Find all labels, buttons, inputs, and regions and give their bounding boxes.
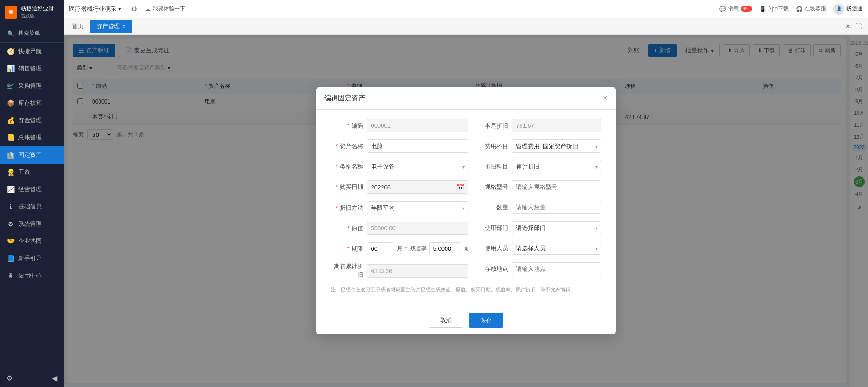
tab-close-btn[interactable]: ✕ <box>844 22 852 31</box>
tab-asset-management[interactable]: 资产管理 × <box>90 20 132 33</box>
gear-icon: ⚙ <box>6 220 15 228</box>
topbar-right: 💬 消息 99+ 📱 App下载 🎧 在线客服 👤 畅捷通 <box>719 4 863 15</box>
tab-maximize-btn[interactable]: ⛶ <box>854 22 863 31</box>
expense-subject-select[interactable]: 管理费用_固定资产折旧 <box>512 139 601 153</box>
sidebar-item-finance[interactable]: 💰 资金管理 <box>0 112 64 129</box>
form-row-original-value: * 原值 <box>327 222 472 235</box>
sidebar-item-inventory[interactable]: 📦 库存核算 <box>0 94 64 112</box>
company-selector[interactable]: 医疗器械行业演示 ▾ <box>69 5 121 13</box>
asset-name-input[interactable] <box>367 139 469 153</box>
app-download-label: App下载 <box>768 5 789 13</box>
avatar: 👤 <box>833 4 844 15</box>
content-area: ☰ 资产明细 📄 变更生成凭证 刘账 + 新增 批量操作 ▾ <box>64 35 868 387</box>
experience-link[interactable]: ☁ 我要体验一下 <box>145 5 185 13</box>
initial-accum-dep-input[interactable] <box>367 264 469 278</box>
sidebar-item-system[interactable]: ⚙ 系统管理 <box>0 215 64 233</box>
online-service-label: 在线客服 <box>804 5 826 13</box>
sidebar-item-label: 资金管理 <box>18 116 42 124</box>
form-row-code: * 编码 <box>327 119 472 132</box>
sidebar-item-label: 销售管理 <box>18 64 42 73</box>
tab-asset-label: 资产管理 <box>96 22 120 30</box>
sidebar-item-quick-nav[interactable]: 🧭 快捷导航 <box>0 43 64 60</box>
period-residual-group: 月 * 残值率 % <box>367 242 469 255</box>
cancel-button[interactable]: 取消 <box>429 313 463 328</box>
search-icon: 🔍 <box>6 30 15 38</box>
dep-method-select[interactable]: 年限平均 <box>367 201 469 214</box>
dep-subject-select[interactable]: 累计折旧 <box>512 160 601 173</box>
message-label: 消息 <box>728 5 739 13</box>
modal-close-btn[interactable]: × <box>603 94 608 103</box>
sidebar-item-basic-info[interactable]: ℹ 基础信息 <box>0 198 64 215</box>
tab-home[interactable]: 首页 <box>65 20 90 33</box>
sidebar-item-sales[interactable]: 📊 销售管理 <box>0 60 64 77</box>
monthly-dep-input[interactable] <box>512 119 601 132</box>
topbar-gear-icon[interactable]: ⚙ <box>131 5 137 13</box>
modal-header: 编辑固定资产 × <box>316 87 616 110</box>
period-input[interactable] <box>367 242 394 255</box>
sidebar-item-wages[interactable]: 👷 工资 <box>0 164 64 181</box>
sidebar-item-search[interactable]: 🔍 搜索菜单 <box>0 25 64 43</box>
location-input[interactable] <box>512 262 601 275</box>
sidebar-header: 畅 畅捷通好业财 普及版 <box>0 0 64 25</box>
app-logo-icon: 畅 <box>5 6 17 19</box>
chart-icon: 📊 <box>6 64 15 73</box>
period-label: * 期限 <box>331 245 367 253</box>
message-action[interactable]: 💬 消息 99+ <box>719 5 752 13</box>
sidebar-item-label: 应用中心 <box>18 272 42 280</box>
sidebar-item-enterprise[interactable]: 🤝 企业协同 <box>0 233 64 250</box>
box-icon: 📦 <box>6 99 15 107</box>
category-select[interactable]: 电子设备 <box>367 160 469 173</box>
message-badge: 99+ <box>741 6 752 12</box>
form-row-department: 使用部门 请选择部门 ▾ <box>472 221 605 234</box>
residual-rate-input[interactable] <box>429 242 461 255</box>
collapse-icon[interactable]: ◀ <box>52 374 57 382</box>
residual-rate-unit: % <box>464 246 469 252</box>
code-input[interactable] <box>367 119 469 132</box>
main-area: 医疗器械行业演示 ▾ ⚙ ☁ 我要体验一下 💬 消息 99+ 📱 App下载 🎧… <box>64 0 868 387</box>
username: 畅捷通 <box>846 5 863 13</box>
dep-method-select-wrap: 年限平均 ▾ <box>367 201 469 214</box>
online-service-action[interactable]: 🎧 在线客服 <box>796 5 826 13</box>
form-row-period-residual: * 期限 月 * 残值率 % <box>327 242 472 255</box>
code-label: * 编码 <box>331 122 367 130</box>
download-icon: 📱 <box>759 6 766 12</box>
cloud-icon: ☁ <box>145 6 151 12</box>
user-menu[interactable]: 👤 畅捷通 <box>833 4 863 15</box>
spec-input[interactable] <box>512 180 601 194</box>
original-value-input[interactable] <box>367 222 469 235</box>
person-select[interactable]: 请选择人员 <box>512 242 601 255</box>
sidebar-nav: 🔍 搜索菜单 🧭 快捷导航 📊 销售管理 🛒 采购管理 📦 库存核算 💰 资金管… <box>0 25 64 369</box>
sidebar-item-operations[interactable]: 📈 经营管理 <box>0 181 64 198</box>
save-button[interactable]: 保存 <box>469 313 503 328</box>
modal-overlay: 编辑固定资产 × * 编码 <box>64 35 868 387</box>
sidebar-item-purchase[interactable]: 🛒 采购管理 <box>0 77 64 94</box>
department-select[interactable]: 请选择部门 <box>512 221 601 234</box>
dep-subject-select-wrap: 累计折旧 ▾ <box>512 160 601 173</box>
form-row-purchase-date: * 购买日期 📅 <box>327 180 472 194</box>
calendar-icon[interactable]: 📅 <box>453 181 468 194</box>
settings-icon[interactable]: ⚙ <box>6 374 13 382</box>
form-row-category: * 类别名称 电子设备 ▾ <box>327 160 472 173</box>
quantity-input[interactable] <box>512 201 601 214</box>
sidebar-item-ledger[interactable]: 📒 总账管理 <box>0 129 64 146</box>
asset-name-label: * 资产名称 <box>331 142 367 150</box>
sidebar: 畅 畅捷通好业财 普及版 🔍 搜索菜单 🧭 快捷导航 📊 销售管理 🛒 采购管理… <box>0 0 64 387</box>
form-row-spec: 规格型号 <box>472 180 605 194</box>
cart-icon: 🛒 <box>6 82 15 90</box>
book-icon: 📘 <box>6 254 15 263</box>
purchase-date-input[interactable] <box>367 181 453 194</box>
sidebar-item-guide[interactable]: 📘 新手引导 <box>0 250 64 267</box>
expense-subject-select-wrap: 管理费用_固定资产折旧 ▾ <box>512 139 601 153</box>
tab-close-icon[interactable]: × <box>123 24 125 29</box>
app-download-action[interactable]: 📱 App下载 <box>759 5 789 13</box>
form-right-col: 本月折旧 费用科目 管理费 <box>472 119 605 286</box>
sidebar-item-app-center[interactable]: 🖥 应用中心 <box>0 267 64 284</box>
sidebar-item-fixed-assets[interactable]: 🏢 固定资产 <box>0 146 64 164</box>
modal-body: * 编码 * 资产名称 <box>316 110 616 306</box>
app-title: 畅捷通好业财 <box>21 5 54 13</box>
sidebar-item-label: 搜索菜单 <box>18 30 40 37</box>
location-label: 存放地点 <box>476 265 512 273</box>
sidebar-item-label: 采购管理 <box>18 82 42 90</box>
tab-controls: ✕ ⛶ <box>844 22 866 31</box>
sidebar-item-label: 固定资产 <box>18 151 42 159</box>
